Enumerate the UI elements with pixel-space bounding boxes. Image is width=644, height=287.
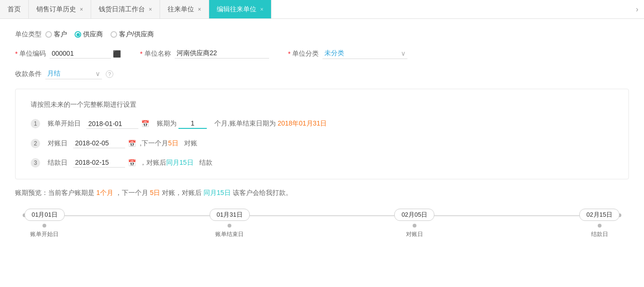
radio-both-label: 客户/供应商: [119, 30, 154, 39]
payment-value: 月结: [47, 69, 92, 78]
preview-reconcile-highlight: 5日: [150, 189, 160, 196]
unit-type-label: 单位类型: [15, 30, 42, 39]
timeline-node-1-desc: 账单结束日: [215, 230, 244, 238]
tab-edit-partner[interactable]: 编辑往来单位 ×: [209, 0, 271, 18]
unit-category-value: 未分类: [324, 49, 397, 58]
timeline-node-2-dot: [413, 224, 416, 228]
unit-code-group: * 单位编码 ⬛: [15, 49, 121, 59]
preview-reconcile-text: 对账，对账后: [162, 189, 202, 196]
timeline: 01月01日 账单开始日 01月31日 账单结束日 02月05日 对账日 02月…: [15, 209, 629, 238]
preview-middle: ，下一个月: [115, 189, 148, 196]
required-name: *: [140, 50, 142, 58]
unit-name-label: 单位名称: [144, 50, 171, 58]
tab-cash-work[interactable]: 钱货日清工作台 ×: [91, 0, 160, 18]
unit-name-input[interactable]: [175, 49, 269, 59]
radio-supplier-label: 供应商: [83, 30, 103, 39]
reconcile-desc-2: 对账: [184, 139, 197, 148]
radio-customer[interactable]: 客户: [45, 30, 67, 39]
timeline-node-2: 02月05日 对账日: [394, 209, 434, 238]
period-desc-2: 个月,账单结束日期为: [214, 119, 276, 128]
timeline-node-3-dot: [598, 224, 602, 228]
unit-category-select[interactable]: 未分类 ∨: [322, 48, 407, 59]
unit-name-group: * 单位名称: [140, 49, 269, 59]
start-date-input[interactable]: [86, 119, 138, 129]
close-edit-partner-icon[interactable]: ×: [260, 6, 263, 13]
timeline-node-3: 02月15日 结款日: [579, 209, 619, 238]
payment-desc-1: ，对账后: [140, 159, 166, 167]
period-row-2: 2 对账日 📅 ,下一个月 5日 对账: [31, 138, 613, 148]
timeline-node-0-label: 01月01日: [25, 209, 65, 221]
preview-period-highlight: 1个月: [96, 189, 113, 196]
period-end-date: 2018年01月31日: [278, 119, 327, 128]
main-content: 单位类型 客户 供应商 客户/供应商 * 单位编码 ⬛ *: [0, 19, 644, 287]
preview-payment-highlight: 同月15日: [203, 189, 231, 196]
reconcile-highlight: 5日: [168, 139, 178, 148]
tab-home[interactable]: 首页: [0, 0, 29, 18]
unit-category-label: 单位分类: [292, 50, 319, 58]
step-3: 3: [31, 158, 40, 168]
unit-details-row: * 单位编码 ⬛ * 单位名称 * 单位分类 未分类 ∨: [15, 48, 629, 59]
category-chevron-icon: ∨: [401, 50, 406, 57]
copy-icon[interactable]: ⬛: [113, 50, 121, 58]
radio-customer-label: 客户: [54, 30, 67, 39]
timeline-node-0: 01月01日 账单开始日: [25, 209, 65, 238]
payment-chevron-icon: ∨: [95, 70, 100, 77]
payment-calendar-icon[interactable]: 📅: [128, 159, 136, 167]
tab-sales-history[interactable]: 销售订单历史 ×: [29, 0, 91, 18]
radio-both-circle: [110, 31, 117, 38]
period-desc-1: 账期为: [157, 119, 177, 128]
reconcile-date-input[interactable]: [73, 138, 125, 148]
period-row-3: 3 结款日 📅 ，对账后 同月15日 结款: [31, 158, 613, 168]
payment-label: 收款条件: [15, 70, 42, 78]
close-sales-history-icon[interactable]: ×: [80, 6, 83, 13]
preview-prefix: 账期预览：当前客户账期是: [15, 189, 94, 196]
timeline-node-2-label: 02月05日: [394, 209, 434, 221]
required-category: *: [288, 50, 290, 58]
timeline-nodes: 01月01日 账单开始日 01月31日 账单结束日 02月05日 对账日 02月…: [25, 209, 619, 238]
step-1: 1: [31, 119, 40, 128]
tab-more-arrow[interactable]: ›: [630, 5, 644, 14]
close-cash-work-icon[interactable]: ×: [149, 6, 152, 13]
unit-code-label: 单位编码: [19, 50, 46, 58]
radio-both[interactable]: 客户/供应商: [110, 30, 154, 39]
reconcile-label: 对账日: [48, 139, 68, 148]
step-2: 2: [31, 139, 40, 148]
required-code: *: [15, 50, 17, 58]
timeline-node-3-desc: 结款日: [591, 230, 608, 238]
tab-partner-unit[interactable]: 往来单位 ×: [160, 0, 209, 18]
start-date-label: 账单开始日: [48, 119, 81, 128]
radio-customer-circle: [45, 31, 52, 38]
unit-code-input[interactable]: [50, 49, 111, 59]
timeline-node-0-desc: 账单开始日: [30, 230, 59, 238]
reconcile-calendar-icon[interactable]: 📅: [128, 140, 136, 147]
payment-date-input[interactable]: [73, 158, 125, 168]
help-icon[interactable]: ?: [106, 70, 113, 78]
timeline-node-0-dot: [42, 224, 46, 228]
payment-date-label: 结款日: [48, 159, 68, 167]
reconcile-desc-1: ,下一个月: [140, 139, 168, 148]
preview-text: 账期预览：当前客户账期是 1个月 ，下一个月 5日 对账，对账后 同月15日 该…: [15, 189, 629, 197]
radio-supplier[interactable]: 供应商: [75, 30, 103, 39]
radio-supplier-circle: [75, 31, 81, 38]
tab-bar: 首页 销售订单历史 × 钱货日清工作台 × 往来单位 × 编辑往来单位 × ›: [0, 0, 644, 19]
unit-type-row: 单位类型 客户 供应商 客户/供应商: [15, 30, 629, 39]
period-box: 请按照未来的一个完整帐期进行设置 1 账单开始日 📅 账期为 个月,账单结束日期…: [15, 89, 629, 179]
period-row-1: 1 账单开始日 📅 账期为 个月,账单结束日期为 2018年01月31日: [31, 118, 613, 129]
close-partner-unit-icon[interactable]: ×: [198, 6, 201, 13]
timeline-node-1-label: 01月31日: [210, 209, 250, 221]
start-date-calendar-icon[interactable]: 📅: [141, 120, 149, 127]
period-num-input[interactable]: [178, 118, 207, 129]
payment-highlight: 同月15日: [166, 159, 194, 167]
unit-type-radio-group: 客户 供应商 客户/供应商: [45, 30, 154, 39]
period-title: 请按照未来的一个完整帐期进行设置: [31, 101, 613, 109]
unit-category-group: * 单位分类 未分类 ∨: [288, 48, 407, 59]
payment-condition-row: 收款条件 月结 ∨ ?: [15, 68, 629, 79]
payment-desc-2: 结款: [199, 159, 212, 167]
timeline-node-1: 01月31日 账单结束日: [210, 209, 250, 238]
timeline-node-3-label: 02月15日: [579, 209, 619, 221]
preview-suffix: 该客户会给我打款。: [233, 189, 292, 196]
timeline-node-1-dot: [228, 224, 231, 228]
timeline-node-2-desc: 对账日: [406, 230, 423, 238]
payment-select[interactable]: 月结 ∨: [45, 68, 102, 79]
